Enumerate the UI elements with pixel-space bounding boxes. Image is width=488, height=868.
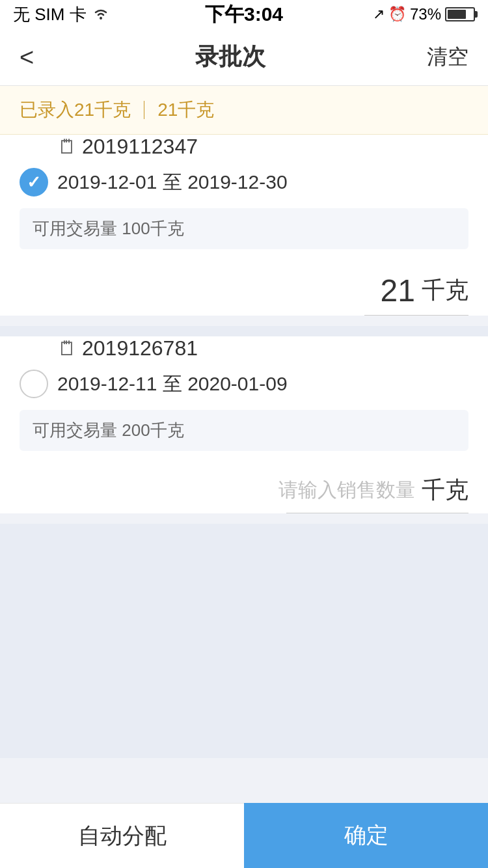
status-left: 无 SIM 卡 (13, 3, 110, 26)
batch-item-1: 🗒 2019112347 2019-12-01 至 2019-12-30 可用交… (0, 135, 488, 316)
batch-doc-icon-1: 🗒 (57, 136, 77, 158)
carrier-text: 无 SIM 卡 (13, 3, 87, 26)
quantity-underline-1 (364, 315, 468, 316)
input-row-2: 请输入销售数量 千克 (0, 461, 488, 513)
input-placeholder-2: 请输入销售数量 (278, 477, 415, 504)
input-unit-2: 千克 (422, 474, 468, 506)
batch-doc-icon-2: 🗒 (57, 338, 77, 360)
info-divider (144, 101, 144, 119)
batch-available-2: 可用交易量 200千克 (20, 410, 468, 451)
page-title: 录批次 (195, 41, 265, 73)
batch-item-2: 🗒 2019126781 2019-12-11 至 2020-01-09 可用交… (0, 336, 488, 513)
info-banner: 已录入21千克 21千克 (0, 86, 488, 135)
status-right: ↗ ⏰ 73% (373, 5, 475, 23)
location-icon: ↗ (373, 6, 385, 23)
batch-checkbox-1[interactable] (20, 168, 48, 197)
batch-id-row-1: 🗒 2019112347 (0, 135, 488, 165)
quantity-row-1: 21 千克 (0, 260, 488, 315)
quantity-value-1: 21 (381, 273, 415, 308)
alarm-icon: ⏰ (388, 6, 406, 23)
batch-id-row-2: 🗒 2019126781 (0, 336, 488, 367)
input-underline-2 (286, 513, 468, 513)
section-divider (0, 326, 488, 336)
clear-button[interactable]: 清空 (427, 43, 468, 72)
battery-icon (445, 7, 475, 21)
info-value: 21千克 (157, 98, 214, 122)
svg-point-0 (100, 17, 102, 20)
batch-date-1: 2019-12-01 至 2019-12-30 (57, 169, 288, 196)
quantity-unit-1: 千克 (422, 275, 468, 306)
bottom-bar: 自动分配 确定 (0, 803, 488, 868)
batch-id-2: 2019126781 (82, 336, 198, 360)
wifi-icon (92, 5, 110, 25)
batch-available-1: 可用交易量 100千克 (20, 208, 468, 249)
status-bar: 无 SIM 卡 下午3:04 ↗ ⏰ 73% (0, 0, 488, 29)
batch-checkbox-2[interactable] (20, 370, 48, 398)
status-time: 下午3:04 (205, 1, 283, 28)
battery-percent: 73% (410, 5, 441, 23)
back-button[interactable]: < (20, 45, 34, 70)
batch-id-1: 2019112347 (82, 135, 198, 159)
gray-area (0, 524, 488, 758)
confirm-button[interactable]: 确定 (244, 803, 488, 868)
info-label: 已录入21千克 (20, 98, 131, 122)
nav-bar: < 录批次 清空 (0, 29, 488, 86)
batch-date-2: 2019-12-11 至 2020-01-09 (57, 371, 288, 398)
auto-distribute-button[interactable]: 自动分配 (0, 803, 244, 868)
